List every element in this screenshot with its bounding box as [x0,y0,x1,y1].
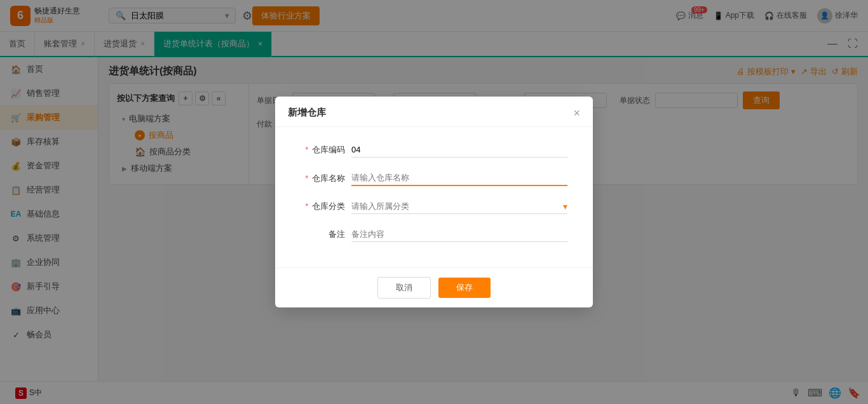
modal-header: 新增仓库 × [275,97,593,127]
type-dropdown-icon[interactable]: ▾ [563,201,567,212]
name-required: * [305,173,308,183]
type-required: * [305,201,308,211]
type-select-wrap: ▾ [351,199,567,214]
add-warehouse-modal: 新增仓库 × * 仓库编码 * 仓库名称 [275,97,593,307]
name-input[interactable] [351,170,567,186]
form-row-name: * 仓库名称 [301,170,567,186]
code-required: * [305,145,308,154]
modal-close-btn[interactable]: × [573,107,580,119]
type-label: * 仓库分类 [301,201,351,212]
type-select-input[interactable] [351,199,567,214]
cancel-btn[interactable]: 取消 [377,277,431,299]
form-row-code: * 仓库编码 [301,142,567,158]
save-btn[interactable]: 保存 [438,278,491,298]
modal-footer: 取消 保存 [275,267,593,307]
name-label: * 仓库名称 [301,173,351,184]
modal-title: 新增仓库 [288,107,326,119]
form-row-remark: 备注 [301,227,567,242]
modal-body: * 仓库编码 * 仓库名称 * 仓库分类 [275,127,593,267]
remark-label: 备注 [301,229,351,240]
remark-input[interactable] [351,227,567,242]
form-row-type: * 仓库分类 ▾ [301,199,567,214]
modal-overlay[interactable]: 新增仓库 × * 仓库编码 * 仓库名称 [0,0,868,404]
code-label: * 仓库编码 [301,144,351,156]
code-input[interactable] [351,142,567,158]
